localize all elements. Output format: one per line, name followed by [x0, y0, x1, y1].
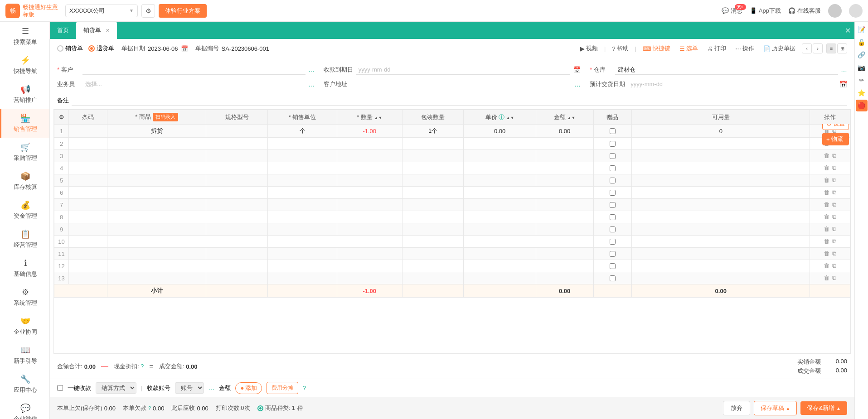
delete-row-icon[interactable]: 🗑: [824, 189, 829, 196]
history-btn[interactable]: 📄 历史单据: [761, 43, 798, 53]
right-panel-orange-icon[interactable]: 🔴: [856, 100, 868, 111]
settings-button[interactable]: ⚙: [141, 4, 155, 18]
expense-split-btn[interactable]: 费用分摊: [267, 382, 298, 394]
cell-price[interactable]: 0.00: [464, 125, 536, 138]
cell-gift[interactable]: [593, 125, 632, 138]
cell-product[interactable]: 拆货: [107, 125, 206, 138]
payment-date-calendar-icon[interactable]: 📅: [573, 66, 581, 73]
add-payment-btn[interactable]: ● 添加: [235, 382, 262, 394]
gift-checkbox[interactable]: [610, 275, 616, 281]
right-panel-edit-icon[interactable]: ✏: [856, 74, 868, 86]
info-icon-price[interactable]: ⓘ: [499, 114, 504, 120]
copy-row-icon[interactable]: ⧉: [832, 226, 836, 233]
close-all-tabs-icon[interactable]: ✕: [845, 26, 851, 35]
online-service-button[interactable]: 🎧 在线客服: [788, 7, 821, 15]
owe-info-icon[interactable]: ?: [148, 405, 151, 411]
delete-row-icon[interactable]: 🗑: [824, 226, 829, 233]
one-click-payment-checkbox[interactable]: [57, 385, 63, 391]
gift-checkbox[interactable]: [610, 226, 616, 232]
salesman-input[interactable]: [82, 79, 305, 89]
tab-close-icon[interactable]: ✕: [106, 28, 110, 34]
copy-row-icon[interactable]: ⧉: [832, 275, 836, 282]
right-panel-note-icon[interactable]: 📝: [856, 24, 868, 35]
warehouse-input[interactable]: [615, 65, 838, 75]
customer-input[interactable]: [82, 65, 305, 75]
gift-checkbox[interactable]: [610, 263, 616, 269]
print-btn[interactable]: 🖨 打印: [704, 43, 729, 53]
sidebar-item-wecom[interactable]: 💬 企业微信: [0, 399, 49, 419]
next-bill-btn[interactable]: ›: [813, 43, 823, 53]
sidebar-item-system[interactable]: ⚙ 系统管理: [0, 283, 49, 312]
help-btn[interactable]: ? 帮助: [609, 43, 631, 53]
sidebar-item-management[interactable]: 📋 经营管理: [0, 225, 49, 254]
delete-row-icon[interactable]: 🗑: [824, 177, 829, 184]
delete-row-icon[interactable]: 🗑: [824, 250, 829, 257]
expected-delivery-calendar-icon[interactable]: 📅: [839, 81, 847, 88]
sidebar-item-quicknav[interactable]: ⚡ 快捷导航: [0, 51, 49, 80]
gift-checkbox[interactable]: [610, 178, 616, 183]
gift-checkbox[interactable]: [610, 165, 616, 171]
company-selector[interactable]: XXXXXX公司 ▼: [65, 5, 138, 17]
trial-button[interactable]: 体验行业方案: [159, 4, 207, 18]
sidebar-item-newbie[interactable]: 📖 新手引导: [0, 341, 49, 370]
copy-row-icon[interactable]: ⧉: [832, 189, 836, 196]
tab-home[interactable]: 首页: [50, 22, 76, 39]
prev-bill-btn[interactable]: ‹: [802, 43, 812, 53]
sidebar-item-baseinfo[interactable]: ℹ 基础信息: [0, 254, 49, 283]
customer-addr-dots-btn[interactable]: …: [574, 81, 581, 88]
app-download-button[interactable]: 📱 App下载: [750, 7, 781, 15]
delete-row-icon[interactable]: 🗑: [824, 238, 829, 245]
copy-row-icon[interactable]: ⧉: [832, 238, 836, 245]
customer-dots-btn[interactable]: …: [308, 66, 315, 73]
account-dots-btn[interactable]: …: [209, 385, 214, 391]
expected-delivery-input[interactable]: [628, 79, 837, 89]
delete-row-icon[interactable]: 🗑: [824, 152, 829, 159]
radio-sales-order[interactable]: 销货单: [57, 44, 83, 53]
gift-checkbox[interactable]: [610, 128, 616, 134]
cell-spec[interactable]: [206, 125, 268, 138]
sidebar-item-marketing[interactable]: 📢 营销推广: [0, 80, 49, 109]
salesman-dots-btn[interactable]: …: [308, 81, 315, 88]
copy-row-icon[interactable]: ⧉: [832, 250, 836, 257]
sidebar-item-sales[interactable]: 🏪 销售管理: [0, 109, 49, 138]
gift-checkbox[interactable]: [610, 190, 616, 196]
cell-amount[interactable]: 0.00: [536, 125, 593, 138]
logistics-side-btn[interactable]: + 物流: [822, 133, 849, 145]
gift-checkbox[interactable]: [610, 141, 616, 147]
scan-btn[interactable]: 扫码录入: [153, 113, 178, 121]
sidebar-item-inventory[interactable]: 📦 库存核算: [0, 167, 49, 196]
message-button[interactable]: 💬 消息 99+: [722, 7, 742, 15]
expense-info-icon[interactable]: ?: [303, 385, 306, 391]
delete-row-icon[interactable]: 🗑: [824, 275, 829, 282]
right-panel-photo-icon[interactable]: 📷: [856, 62, 868, 73]
customer-addr-input[interactable]: [350, 79, 572, 89]
user-avatar[interactable]: [828, 4, 842, 18]
copy-row-icon[interactable]: ⧉: [832, 201, 836, 208]
shortcut-btn[interactable]: ⌨ 快捷键: [640, 43, 673, 53]
right-panel-link-icon[interactable]: 🔗: [856, 49, 868, 61]
radio-return-order[interactable]: 退货单: [88, 44, 114, 53]
operation-btn[interactable]: ⋯ 操作: [732, 43, 757, 53]
account-select[interactable]: 账号: [175, 382, 204, 394]
gift-checkbox[interactable]: [610, 251, 616, 257]
copy-row-icon[interactable]: ⧉: [832, 177, 836, 184]
delete-row-icon[interactable]: 🗑: [824, 201, 829, 208]
gift-checkbox[interactable]: [610, 202, 616, 208]
grid-view-btn[interactable]: ⊞: [837, 43, 847, 53]
gift-checkbox[interactable]: [610, 153, 616, 159]
list-view-btn[interactable]: ≡: [826, 43, 836, 53]
video-btn[interactable]: ▶ 视频: [577, 43, 601, 53]
right-panel-lock-icon[interactable]: 🔒: [856, 36, 868, 48]
remarks-input[interactable]: [72, 96, 847, 106]
copy-row-icon[interactable]: ⧉: [832, 213, 836, 221]
sidebar-item-finance[interactable]: 💰 资金管理: [0, 196, 49, 225]
sidebar-item-search[interactable]: ☰ 搜索菜单: [0, 22, 49, 51]
cell-unit[interactable]: 个: [268, 125, 337, 138]
sidebar-item-appstore[interactable]: 🔧 应用中心: [0, 370, 49, 399]
cell-barcode[interactable]: [69, 125, 107, 138]
copy-row-icon[interactable]: ⧉: [832, 152, 836, 159]
gift-checkbox[interactable]: [610, 239, 616, 245]
right-panel-star-icon[interactable]: ⭐: [856, 87, 868, 99]
col-settings[interactable]: ⚙: [54, 110, 69, 125]
warehouse-dots-btn[interactable]: …: [841, 66, 847, 73]
